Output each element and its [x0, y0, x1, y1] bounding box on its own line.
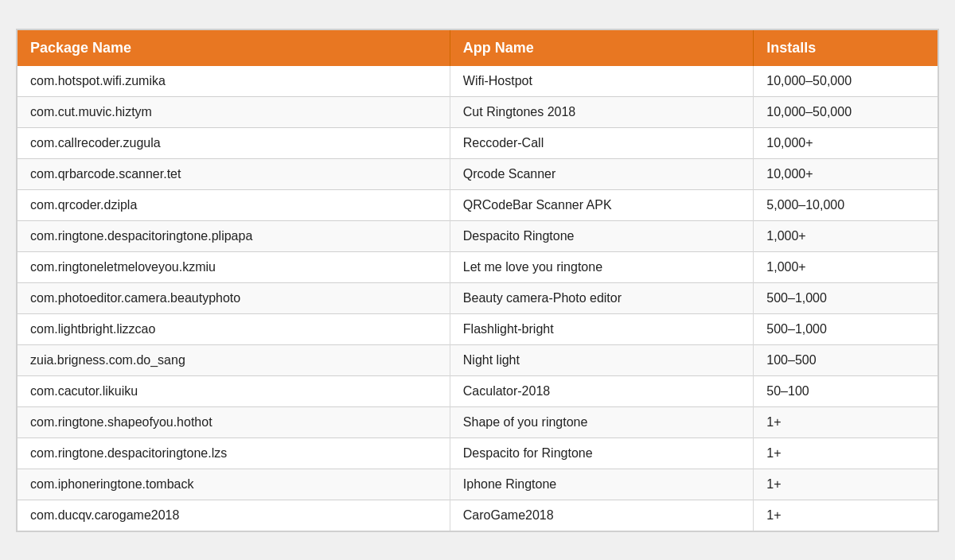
table-row: com.iphoneringtone.tombackIphone Rington…: [18, 469, 937, 500]
cell-appname: Cut Ringtones 2018: [450, 96, 753, 127]
table-row: com.ringtone.despacitoringtone.lzsDespac…: [18, 438, 937, 469]
cell-appname: Night light: [450, 344, 753, 375]
table-row: com.ringtoneletmeloveyou.kzmiuLet me lov…: [18, 251, 937, 282]
cell-package: com.hotspot.wifi.zumika: [18, 66, 450, 97]
cell-appname: Iphone Ringtone: [450, 469, 753, 500]
table-row: com.hotspot.wifi.zumikaWifi-Hostpot10,00…: [18, 66, 937, 97]
cell-appname: Caculator-2018: [450, 375, 753, 406]
table-row: com.qrcoder.dziplaQRCodeBar Scanner APK5…: [18, 189, 937, 220]
cell-appname: Let me love you ringtone: [450, 251, 753, 282]
main-table-container: Package Name App Name Installs com.hotsp…: [16, 29, 939, 532]
cell-installs: 100–500: [754, 344, 937, 375]
table-row: com.cut.muvic.hiztymCut Ringtones 201810…: [18, 96, 937, 127]
cell-installs: 10,000+: [754, 127, 937, 158]
table-row: com.lightbright.lizzcaoFlashlight-bright…: [18, 313, 937, 344]
table-row: com.cacutor.likuikuCaculator-201850–100: [18, 375, 937, 406]
cell-package: com.ringtone.despacitoringtone.plipapa: [18, 220, 450, 251]
cell-appname: Reccoder-Call: [450, 127, 753, 158]
cell-package: com.cacutor.likuiku: [18, 375, 450, 406]
cell-appname: Shape of you ringtone: [450, 406, 753, 438]
cell-installs: 1,000+: [754, 251, 937, 282]
app-table: Package Name App Name Installs com.hotsp…: [18, 30, 937, 531]
cell-package: com.ringtone.despacitoringtone.lzs: [18, 438, 450, 469]
cell-package: com.ringtoneletmeloveyou.kzmiu: [18, 251, 450, 282]
cell-package: com.qrbarcode.scanner.tet: [18, 158, 450, 189]
cell-appname: Despacito Ringtone: [450, 220, 753, 251]
table-row: com.ducqv.carogame2018CaroGame20181+: [18, 500, 937, 531]
header-appname: App Name: [450, 30, 753, 66]
table-row: com.ringtone.despacitoringtone.plipapaDe…: [18, 220, 937, 251]
cell-installs: 10,000–50,000: [754, 66, 937, 97]
table-body: com.hotspot.wifi.zumikaWifi-Hostpot10,00…: [18, 66, 937, 531]
cell-package: com.qrcoder.dzipla: [18, 189, 450, 220]
table-row: zuia.brigness.com.do_sangNight light100–…: [18, 344, 937, 375]
cell-appname: Wifi-Hostpot: [450, 66, 753, 97]
cell-appname: Flashlight-bright: [450, 313, 753, 344]
cell-installs: 1+: [754, 406, 937, 438]
table-header-row: Package Name App Name Installs: [18, 30, 937, 66]
table-row: com.ringtone.shapeofyou.hothotShape of y…: [18, 406, 937, 438]
cell-installs: 1+: [754, 500, 937, 531]
cell-appname: QRCodeBar Scanner APK: [450, 189, 753, 220]
cell-package: com.ducqv.carogame2018: [18, 500, 450, 531]
cell-installs: 500–1,000: [754, 282, 937, 313]
table-row: com.photoeditor.camera.beautyphotoBeauty…: [18, 282, 937, 313]
cell-package: com.cut.muvic.hiztym: [18, 96, 450, 127]
cell-installs: 500–1,000: [754, 313, 937, 344]
table-row: com.qrbarcode.scanner.tetQrcode Scanner1…: [18, 158, 937, 189]
cell-appname: Beauty camera-Photo editor: [450, 282, 753, 313]
header-package: Package Name: [18, 30, 450, 66]
cell-installs: 1+: [754, 469, 937, 500]
cell-package: com.iphoneringtone.tomback: [18, 469, 450, 500]
cell-appname: CaroGame2018: [450, 500, 753, 531]
cell-appname: Despacito for Ringtone: [450, 438, 753, 469]
cell-installs: 10,000+: [754, 158, 937, 189]
header-installs: Installs: [754, 30, 937, 66]
table-row: com.callrecoder.zugulaReccoder-Call10,00…: [18, 127, 937, 158]
cell-appname: Qrcode Scanner: [450, 158, 753, 189]
cell-package: com.lightbright.lizzcao: [18, 313, 450, 344]
cell-package: com.photoeditor.camera.beautyphoto: [18, 282, 450, 313]
cell-installs: 1+: [754, 438, 937, 469]
cell-package: zuia.brigness.com.do_sang: [18, 344, 450, 375]
cell-package: com.callrecoder.zugula: [18, 127, 450, 158]
cell-installs: 5,000–10,000: [754, 189, 937, 220]
cell-package: com.ringtone.shapeofyou.hothot: [18, 406, 450, 438]
cell-installs: 1,000+: [754, 220, 937, 251]
cell-installs: 10,000–50,000: [754, 96, 937, 127]
cell-installs: 50–100: [754, 375, 937, 406]
